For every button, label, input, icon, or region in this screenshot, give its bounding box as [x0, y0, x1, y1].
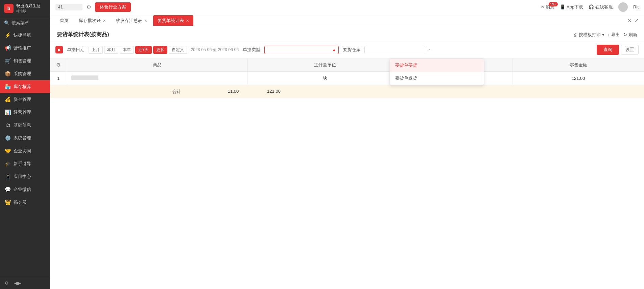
type-select-input[interactable]	[264, 46, 339, 54]
warehouse-more-icon[interactable]: ···	[427, 47, 432, 53]
sidebar-item-label: 资金管理	[14, 96, 31, 103]
sidebar-item-label: 营销推广	[14, 45, 31, 51]
filter-actions: 查询 设置	[597, 45, 639, 55]
operations-icon: 📊	[5, 109, 11, 115]
footer-empty3	[139, 89, 172, 95]
footer-amount: 121.00	[254, 89, 294, 95]
td-amount: 121.00	[512, 72, 644, 85]
tabs-close-all-button[interactable]: ✕	[627, 17, 631, 24]
trial-button[interactable]: 体验行业方案	[95, 2, 131, 12]
date-range: 2023-05-06 至 2023-06-06	[191, 47, 239, 53]
column-settings-icon[interactable]: ⚙	[56, 62, 61, 68]
sidebar-item-finance[interactable]: 💰 资金管理	[0, 93, 50, 106]
purchase-icon: 📦	[5, 71, 11, 77]
settings-button[interactable]: 设置	[621, 45, 639, 55]
footer-label: 合计	[172, 89, 213, 95]
sidebar-item-basic[interactable]: 🗂 基础信息	[0, 119, 50, 132]
dropdown-option-return[interactable]: 要货单退货	[390, 72, 484, 85]
quick-nav-icon: ⚡	[5, 32, 11, 38]
export-icon: ↓	[608, 32, 610, 37]
print-dropdown-icon: ▾	[602, 32, 604, 37]
table-body: 1 块 11.00 121.00	[50, 72, 644, 85]
page-content: 要货单统计表(按商品) 🖨 按模板打印 ▾ ↓ 导出 ↻ 刷新 ▶	[50, 27, 644, 289]
download-icon: 📱	[560, 4, 565, 9]
dropdown-option-require[interactable]: 要货单要货	[390, 59, 484, 72]
tabs-maximize-button[interactable]: ⤢	[634, 17, 639, 24]
sidebar-item-inventory[interactable]: 🏪 库存核算	[0, 80, 50, 93]
table-footer: 合计 11.00 121.00	[50, 85, 644, 98]
date-last-month[interactable]: 上月	[89, 46, 103, 54]
messages-badge-item[interactable]: ✉ 消息 99+	[541, 4, 554, 10]
date-this-year[interactable]: 本年	[120, 46, 134, 54]
sidebar-item-sales[interactable]: 🛒 销售管理	[0, 54, 50, 67]
query-button[interactable]: 查询	[597, 45, 619, 55]
export-label: 导出	[611, 32, 620, 38]
filter-bar: ▶ 单据日期 上月 本月 本年 近7天 更多 自定义 2023-05-06 至 …	[50, 41, 644, 59]
app-download-item[interactable]: 📱 App下载	[560, 4, 583, 10]
inventory-icon: 🏪	[5, 84, 11, 90]
tabs-bar: 首页 库存批次账 ✕ 收发存汇总表 ✕ 要货单统计表 ✕ ✕ ⤢	[50, 14, 644, 27]
print-button[interactable]: 🖨 按模板打印 ▾	[573, 32, 604, 38]
sidebar-item-member[interactable]: 👑 畅会员	[0, 196, 50, 209]
sidebar-item-operations[interactable]: 📊 经营管理	[0, 106, 50, 119]
sidebar-item-guide[interactable]: 🎓 新手引导	[0, 157, 50, 170]
page-header-actions: 🖨 按模板打印 ▾ ↓ 导出 ↻ 刷新	[573, 32, 638, 38]
online-service-item[interactable]: 🎧 在线客服	[589, 4, 613, 10]
date-7days[interactable]: 近7天	[135, 46, 152, 54]
table-container: ⚙ 商品 主计量单位 主数量 零售金额	[50, 59, 644, 85]
search-label: 搜索菜单	[11, 20, 29, 26]
print-icon: 🖨	[573, 32, 577, 37]
type-label: 单据类型	[243, 47, 260, 53]
sidebar-item-app-center[interactable]: 📱 应用中心	[0, 170, 50, 183]
sidebar-item-purchase[interactable]: 📦 采购管理	[0, 67, 50, 80]
sidebar-item-label: 库存核算	[14, 84, 31, 90]
sidebar-item-system[interactable]: ⚙️ 系统管理	[0, 132, 50, 144]
date-this-month[interactable]: 本月	[104, 46, 118, 54]
th-gear-col: ⚙	[50, 59, 67, 72]
sidebar-item-label: 基础信息	[14, 122, 31, 128]
refresh-button[interactable]: ↻ 刷新	[623, 32, 637, 38]
tabs-actions: ✕ ⤢	[627, 17, 639, 24]
type-select-arrow[interactable]: ▲	[332, 47, 336, 52]
tab-order-stats[interactable]: 要货单统计表 ✕	[153, 15, 193, 26]
warehouse-input[interactable]	[364, 46, 425, 54]
avatar[interactable]	[618, 2, 628, 12]
date-more[interactable]: 更多	[153, 46, 167, 54]
tab-order-stats-close[interactable]: ✕	[186, 19, 189, 23]
filter-expand-button[interactable]: ▶	[55, 46, 63, 53]
search-menu[interactable]: 🔍 搜索菜单	[0, 17, 50, 29]
sidebar-item-label: 采购管理	[14, 71, 31, 77]
marketing-icon: 📢	[5, 45, 11, 51]
sidebar-item-marketing[interactable]: 📢 营销推广	[0, 42, 50, 54]
sidebar-item-wechat[interactable]: 💬 企业微信	[0, 183, 50, 196]
tab-receive-summary-close[interactable]: ✕	[144, 19, 147, 23]
sidebar-collapse-icon[interactable]: ◀▶	[14, 281, 21, 286]
td-seq: 1	[50, 72, 67, 85]
sidebar-item-label: 经营管理	[14, 109, 31, 115]
header-left: ⚙ 体验行业方案	[55, 2, 131, 12]
tab-receive-summary-label: 收发存汇总表	[116, 18, 142, 24]
tab-batch-ledger-close[interactable]: ✕	[103, 19, 106, 23]
dropdown-option-require-label: 要货单要货	[395, 63, 417, 68]
main-area: ⚙ 体验行业方案 ✉ 消息 99+ 📱 App下载 🎧 在线客服 Rit 首页	[50, 0, 644, 289]
app-sub: 标准版	[16, 9, 41, 14]
sidebar-item-label: 企业协同	[14, 148, 31, 154]
sidebar-settings-icon[interactable]: ⚙	[5, 281, 9, 286]
dropdown-option-return-label: 要货单退货	[395, 75, 417, 81]
system-icon: ⚙️	[5, 135, 11, 141]
message-icon: ✉	[541, 4, 544, 9]
tab-number-input[interactable]	[55, 4, 82, 10]
header-right: ✉ 消息 99+ 📱 App下载 🎧 在线客服 Rit	[541, 2, 639, 12]
tab-home[interactable]: 首页	[55, 15, 73, 26]
sidebar-item-cooperation[interactable]: 🤝 企业协同	[0, 144, 50, 157]
tab-batch-ledger[interactable]: 库存批次账 ✕	[74, 15, 110, 26]
tab-receive-summary[interactable]: 收发存汇总表 ✕	[112, 15, 152, 26]
guide-icon: 🎓	[5, 161, 11, 167]
date-custom[interactable]: 自定义	[169, 46, 187, 54]
online-service-label: 在线客服	[595, 4, 613, 10]
sidebar-item-quick-nav[interactable]: ⚡ 快捷导航	[0, 29, 50, 42]
export-button[interactable]: ↓ 导出	[608, 32, 620, 38]
header-gear-icon[interactable]: ⚙	[87, 4, 91, 10]
wechat-icon: 💬	[5, 186, 11, 193]
sidebar-item-label: 应用中心	[14, 174, 31, 180]
